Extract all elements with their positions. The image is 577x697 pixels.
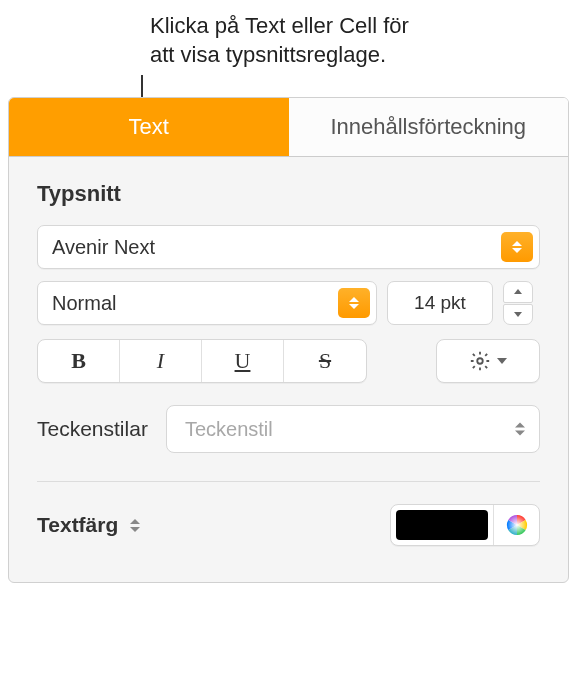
strikethrough-button[interactable]: S [284, 340, 366, 382]
text-color-row: Textfärg [37, 504, 540, 546]
italic-button[interactable]: I [120, 340, 202, 382]
font-section-title: Typsnitt [37, 181, 540, 207]
text-color-control [390, 504, 540, 546]
svg-point-1 [507, 515, 527, 535]
dropdown-caret-icon [338, 288, 370, 318]
font-size-value: 14 pkt [414, 292, 466, 314]
chevron-up-icon [514, 289, 522, 294]
character-style-placeholder: Teckenstil [185, 418, 273, 441]
color-wheel-icon [505, 513, 529, 537]
font-size-down-button[interactable] [503, 304, 533, 326]
font-style-size-row: Normal 14 pkt [37, 281, 540, 325]
character-styles-row: Teckenstilar Teckenstil [37, 405, 540, 453]
font-style-dropdown[interactable]: Normal [37, 281, 377, 325]
character-style-dropdown[interactable]: Teckenstil [166, 405, 540, 453]
annotation-line1: Klicka på Text eller Cell för [150, 12, 530, 41]
tab-text[interactable]: Text [9, 98, 289, 156]
text-color-label: Textfärg [37, 513, 118, 537]
text-style-segmented: B I U S [37, 339, 367, 383]
font-size-up-button[interactable] [503, 281, 533, 303]
updown-caret-icon[interactable] [130, 519, 140, 532]
font-family-dropdown[interactable]: Avenir Next [37, 225, 540, 269]
advanced-options-button[interactable] [436, 339, 540, 383]
color-swatch-button[interactable] [396, 510, 488, 540]
callout-annotation: Klicka på Text eller Cell för att visa t… [150, 12, 530, 69]
section-divider [37, 481, 540, 482]
character-styles-label: Teckenstilar [37, 417, 148, 441]
bold-button[interactable]: B [38, 340, 120, 382]
dropdown-caret-icon [501, 232, 533, 262]
gear-icon [469, 350, 491, 372]
updown-caret-icon [515, 423, 525, 436]
font-size-stepper [503, 281, 533, 325]
format-inspector-panel: Text Innehållsförteckning Typsnitt Aveni… [8, 97, 569, 583]
text-style-row: B I U S [37, 339, 540, 383]
font-family-value: Avenir Next [52, 236, 155, 259]
font-size-field[interactable]: 14 pkt [387, 281, 493, 325]
tab-table-of-contents[interactable]: Innehållsförteckning [289, 98, 569, 156]
font-style-value: Normal [52, 292, 116, 315]
chevron-down-icon [497, 358, 507, 364]
color-picker-button[interactable] [493, 505, 539, 545]
svg-point-0 [477, 358, 483, 364]
chevron-down-icon [514, 312, 522, 317]
font-section: Typsnitt Avenir Next Normal 14 pkt [9, 157, 568, 582]
annotation-line2: att visa typsnittsreglage. [150, 41, 530, 70]
inspector-tabs: Text Innehållsförteckning [9, 98, 568, 157]
underline-button[interactable]: U [202, 340, 284, 382]
